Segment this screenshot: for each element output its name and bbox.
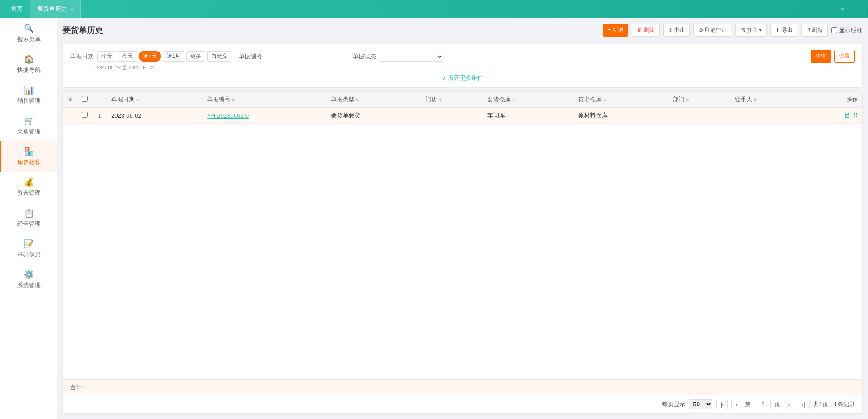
- tab-home[interactable]: 首页: [4, 0, 30, 18]
- tab-home-label: 首页: [11, 5, 23, 13]
- date-col-header: 单据日期⇅: [107, 92, 203, 108]
- query-button[interactable]: 查询: [811, 50, 831, 63]
- pendingwarehouse-col-header: 待出仓库⇅: [574, 92, 668, 108]
- system-icon: ⚙️: [24, 270, 34, 280]
- doctype-col-header: 单据类型⇅: [326, 92, 420, 108]
- refresh-button[interactable]: ↺ 刷新: [801, 24, 828, 37]
- action-buttons: 查询 设置: [811, 50, 855, 63]
- row-doctype-cell: 要货单要货: [326, 108, 420, 124]
- first-page-btn[interactable]: |‹: [716, 400, 728, 409]
- row-doctype: 要货单要货: [331, 112, 360, 119]
- sidebar-item-sales-label: 销售管理: [17, 97, 41, 105]
- next-page-btn[interactable]: ›: [784, 400, 794, 409]
- per-page-select[interactable]: 50 100 200: [689, 399, 712, 409]
- table-row: 1 2023-06-02 YH-20230602-0 要货单要货: [63, 108, 862, 124]
- sidebar-item-search[interactable]: 🔍 搜索菜单: [0, 18, 57, 49]
- close-tab-icon[interactable]: ×: [71, 6, 73, 12]
- row-checkbox[interactable]: [82, 112, 88, 118]
- expand-more-btn[interactable]: ∨ 展开更多条件: [70, 74, 855, 82]
- page-input[interactable]: [755, 400, 771, 409]
- sidebar-item-operations-label: 经营管理: [17, 220, 41, 228]
- date-sort-icon[interactable]: ⇅: [136, 97, 139, 102]
- tab-requisition-history-label: 要货单历史: [38, 5, 67, 13]
- row-reqwarehouse-cell: 车间库: [483, 108, 574, 124]
- sidebar-item-inventory-label: 库存核算: [17, 158, 41, 167]
- doctype-sort-icon[interactable]: ⇅: [355, 97, 359, 102]
- delete-button[interactable]: 🗑 删除: [632, 24, 660, 37]
- row-edit-icon[interactable]: ⠿: [853, 112, 858, 119]
- sidebar-item-finance-label: 资金管理: [17, 189, 41, 197]
- tab-requisition-history[interactable]: 要货单历史 ×: [30, 0, 81, 18]
- row-operation-cell: 🖹 ⠿: [807, 108, 862, 124]
- sidebar-item-sales[interactable]: 📊 销售管理: [0, 80, 57, 110]
- pagination: 每页显示 50 100 200 |‹ ‹ 第 页 › ›| 共1页，1条记录: [63, 395, 862, 413]
- date-btn-more[interactable]: 更多: [186, 51, 205, 62]
- display-detail-checkbox[interactable]: [831, 27, 837, 33]
- row-view-icon[interactable]: 🖹: [844, 112, 850, 119]
- date-btn-today[interactable]: 今天: [118, 51, 137, 62]
- row-dept-cell: [668, 108, 730, 124]
- sidebar-item-system[interactable]: ⚙️ 系统管理: [0, 264, 57, 295]
- reqwarehouse-col-header: 要货仓库⇅: [483, 92, 574, 108]
- chevron-down-icon: ∨: [442, 75, 446, 81]
- pendingwarehouse-sort-icon[interactable]: ⇅: [603, 97, 606, 102]
- sidebar-item-system-label: 系统管理: [17, 281, 41, 290]
- date-btn-last1month[interactable]: 近1月: [163, 51, 185, 62]
- new-button[interactable]: + 新增: [603, 24, 628, 37]
- date-btn-last7[interactable]: 近7天: [139, 51, 161, 62]
- settings-button[interactable]: 设置: [834, 50, 855, 63]
- date-btn-custom[interactable]: 自定义: [207, 51, 231, 62]
- sidebar-item-purchase[interactable]: 🛒 采购管理: [0, 110, 57, 141]
- filter-area: 单据日期 昨天 今天 近7天 近1月 更多 自定义 单据编号: [62, 44, 863, 88]
- date-filter: 单据日期 昨天 今天 近7天 近1月 更多 自定义: [70, 51, 231, 62]
- search-menu-icon: 🔍: [24, 24, 34, 33]
- row-reqwarehouse: 车间库: [487, 112, 505, 119]
- dept-sort-icon[interactable]: ⇅: [685, 97, 689, 102]
- date-btn-yesterday[interactable]: 昨天: [97, 51, 116, 62]
- sidebar-item-quicknav[interactable]: 🏠 快捷导航: [0, 49, 57, 80]
- sidebar-item-finance[interactable]: 💰 资金管理: [0, 172, 57, 203]
- sidebar-item-operations[interactable]: 📋 经营管理: [0, 203, 57, 233]
- table-footer: 合计：: [63, 379, 862, 395]
- status-select[interactable]: [380, 52, 443, 62]
- stop-button[interactable]: ⊘ 中止: [663, 24, 690, 37]
- sidebar-item-inventory[interactable]: 🏪 库存核算: [0, 141, 57, 172]
- window-max-btn[interactable]: □: [861, 6, 864, 13]
- total-info: 共1页，1条记录: [813, 400, 855, 409]
- cancel-stop-button[interactable]: ⊘ 取消中止: [693, 24, 731, 37]
- reqwarehouse-sort-icon[interactable]: ⇅: [512, 97, 515, 102]
- sidebar-item-baseinfo-label: 基础信息: [17, 251, 41, 259]
- last-page-btn[interactable]: ›|: [798, 400, 810, 409]
- window-min-btn[interactable]: —: [849, 6, 855, 13]
- print-button[interactable]: 🖨 打印 ▾: [735, 24, 767, 37]
- window-close-btn[interactable]: ×: [841, 6, 844, 13]
- handler-sort-icon[interactable]: ⇅: [753, 97, 757, 102]
- filter-row: 单据日期 昨天 今天 近7天 近1月 更多 自定义 单据编号: [70, 50, 855, 63]
- date-filter-label: 单据日期: [70, 52, 94, 61]
- finance-icon: 💰: [24, 177, 34, 187]
- prev-page-btn[interactable]: ‹: [731, 400, 741, 409]
- docnum-sort-icon[interactable]: ⇅: [231, 97, 235, 102]
- sidebar-item-quicknav-label: 快捷导航: [17, 66, 41, 74]
- row-docnum-link[interactable]: YH-20230602-0: [207, 112, 249, 119]
- status-filter: 单据状态: [353, 52, 443, 62]
- home-icon: 🏠: [24, 54, 34, 64]
- num-col-header: [92, 92, 107, 108]
- gear-col-header[interactable]: ⚙: [63, 92, 77, 108]
- store-sort-icon[interactable]: ⇅: [438, 97, 442, 102]
- docnum-col-header: 单据编号⇅: [203, 92, 326, 108]
- docnumber-input[interactable]: [266, 52, 345, 61]
- baseinfo-icon: 📝: [24, 239, 34, 249]
- toolbar: + 新增 🗑 删除 ⊘ 中止 ⊘ 取消中止 🖨 打印 ▾ ⬆ 导出 ↺ 刷新 显…: [603, 24, 863, 37]
- display-detail-text: 显示明细: [839, 26, 863, 34]
- handler-col-header: 经手人⇅: [730, 92, 807, 108]
- sidebar-item-purchase-label: 采购管理: [17, 128, 41, 136]
- page-title: 要货单历史: [62, 25, 103, 36]
- row-docnum-cell: YH-20230602-0: [203, 108, 326, 124]
- export-button[interactable]: ⬆ 导出: [770, 24, 797, 37]
- select-all-checkbox[interactable]: [82, 96, 88, 102]
- row-date-cell: 2023-06-02: [107, 108, 203, 124]
- inventory-icon: 🏪: [24, 147, 34, 157]
- sidebar-item-baseinfo[interactable]: 📝 基础信息: [0, 233, 57, 264]
- row-pendingwarehouse: 原材料仓库: [578, 112, 608, 119]
